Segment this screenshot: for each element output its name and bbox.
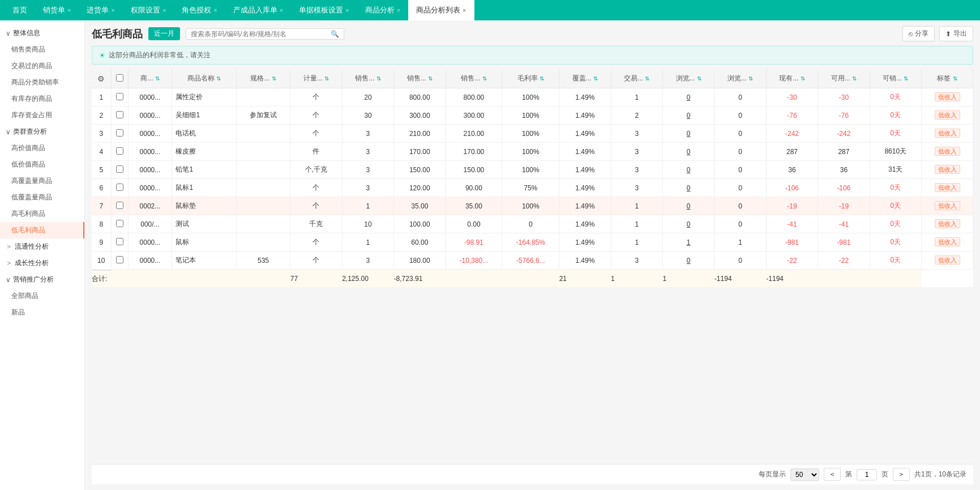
row-checkbox[interactable] [111, 106, 128, 125]
close-icon[interactable]: × [213, 7, 217, 14]
row-checkbox[interactable] [111, 233, 128, 252]
row-checkbox[interactable] [111, 125, 128, 143]
sort-icon[interactable]: ⇅ [272, 75, 276, 82]
row-checkbox[interactable] [111, 197, 128, 215]
browse-link[interactable]: 0 [687, 220, 691, 228]
row-checkbox[interactable] [111, 143, 128, 161]
row-select-checkbox[interactable] [116, 111, 123, 118]
share-button[interactable]: ⎋ 分享 [902, 26, 935, 41]
sort-icon[interactable]: ⇅ [376, 75, 381, 82]
th-days[interactable]: 可销... ⇅ [870, 69, 921, 88]
sidebar-item-sales-goods[interactable]: 销售类商品 [0, 41, 84, 58]
sidebar-item-low-margin[interactable]: 低毛利商品 [0, 222, 84, 238]
sort-icon[interactable]: ⇅ [155, 75, 160, 82]
search-input[interactable] [191, 30, 331, 38]
sort-icon[interactable]: ⇅ [697, 75, 701, 82]
row-select-checkbox[interactable] [116, 184, 123, 191]
nav-goods-analysis-list[interactable]: 商品分析列表 × [408, 0, 474, 20]
sidebar-item-all-goods[interactable]: 全部商品 [0, 288, 84, 304]
sidebar-item-low-value[interactable]: 低价值商品 [0, 156, 84, 173]
th-spec[interactable]: 规格... ⇅ [236, 69, 290, 88]
close-icon[interactable]: × [345, 7, 349, 14]
sort-icon[interactable]: ⇅ [801, 75, 805, 82]
sort-icon[interactable]: ⇅ [540, 75, 544, 82]
sort-icon[interactable]: ⇅ [904, 75, 908, 82]
sidebar-group-growth[interactable]: ＞ 成长性分析 [0, 255, 84, 271]
nav-goods-analysis[interactable]: 商品分析 × [357, 0, 408, 20]
sort-icon[interactable]: ⇅ [953, 75, 957, 82]
sort-icon[interactable]: ⇅ [482, 75, 487, 82]
row-select-checkbox[interactable] [116, 202, 123, 209]
sidebar-item-category-rate[interactable]: 商品分类助销率 [0, 74, 84, 91]
nav-purchase-order[interactable]: 进货单 × [79, 0, 122, 20]
row-select-checkbox[interactable] [116, 256, 123, 263]
browse-link[interactable]: 1 [687, 238, 691, 246]
th-available[interactable]: 可用... ⇅ [818, 69, 870, 88]
close-icon[interactable]: × [463, 7, 466, 14]
sort-icon[interactable]: ⇅ [645, 75, 649, 82]
browse-link[interactable]: 0 [687, 202, 691, 210]
browse-link[interactable]: 0 [687, 184, 691, 192]
next-page-button[interactable]: ＞ [893, 468, 910, 481]
th-browse2[interactable]: 浏览... ⇅ [714, 69, 766, 88]
close-icon[interactable]: × [67, 7, 71, 14]
th-name[interactable]: 商品名称 ⇅ [172, 69, 236, 88]
row-select-checkbox[interactable] [116, 93, 123, 100]
th-gross[interactable]: 毛利率 ⇅ [502, 69, 559, 88]
browse-link[interactable]: 0 [687, 166, 691, 174]
th-margin[interactable]: 覆盖... ⇅ [559, 69, 611, 88]
th-qty[interactable]: 销售... ⇅ [342, 69, 393, 88]
th-coverage[interactable]: 交易... ⇅ [611, 69, 662, 88]
sort-icon[interactable]: ⇅ [428, 75, 433, 82]
export-button[interactable]: ⬆ 导出 [939, 26, 973, 41]
th-unit[interactable]: 计量... ⇅ [290, 69, 342, 88]
close-icon[interactable]: × [111, 7, 114, 14]
browse-link[interactable]: 0 [687, 148, 691, 156]
sidebar-item-high-value[interactable]: 高价值商品 [0, 140, 84, 156]
row-checkbox[interactable] [111, 215, 128, 233]
th-checkbox[interactable] [111, 69, 128, 88]
sidebar-item-high-coverage[interactable]: 高覆盖量商品 [0, 173, 84, 189]
sidebar-item-low-coverage[interactable]: 低覆盖量商品 [0, 189, 84, 206]
close-icon[interactable]: × [397, 7, 400, 14]
sidebar-group-marketing[interactable]: ∨ 营销推广分析 [0, 271, 84, 288]
table-wrapper[interactable]: ⚙ 商... ⇅ 商品名称 ⇅ 规格... ⇅ 计量... ⇅ 销售... ⇅ … [92, 69, 973, 464]
nav-role-auth[interactable]: 角色授权 × [174, 0, 225, 20]
row-select-checkbox[interactable] [116, 147, 123, 155]
row-select-checkbox[interactable] [116, 238, 123, 245]
th-browse1[interactable]: 浏览... ⇅ [662, 69, 714, 88]
sidebar-group-circulation[interactable]: ＞ 流通性分析 [0, 238, 84, 255]
sort-icon[interactable]: ⇅ [748, 75, 753, 82]
browse-link[interactable]: 0 [687, 130, 691, 138]
per-page-select[interactable]: 50 100 200 [790, 468, 819, 481]
row-select-checkbox[interactable] [116, 165, 123, 173]
sidebar-item-traded-goods[interactable]: 交易过的商品 [0, 58, 84, 74]
nav-sales-order[interactable]: 销货单 × [35, 0, 79, 20]
th-stock[interactable]: 现有... ⇅ [766, 69, 818, 88]
th-price[interactable]: 销售... ⇅ [394, 69, 446, 88]
sidebar-item-new-goods[interactable]: 新品 [0, 304, 84, 321]
sidebar-item-high-margin[interactable]: 高毛利商品 [0, 206, 84, 222]
sort-icon[interactable]: ⇅ [216, 75, 221, 82]
page-number-input[interactable] [857, 469, 877, 480]
row-checkbox[interactable] [111, 179, 128, 197]
browse-link[interactable]: 0 [687, 93, 691, 101]
nav-template[interactable]: 单据模板设置 × [291, 0, 357, 20]
sort-icon[interactable]: ⇅ [593, 75, 598, 82]
sidebar-group-overall[interactable]: ∨ 整体信息 [0, 25, 84, 41]
th-code[interactable]: 商... ⇅ [128, 69, 172, 88]
th-sale-amt[interactable]: 销售... ⇅ [446, 69, 502, 88]
nav-home[interactable]: 首页 [5, 0, 35, 20]
row-checkbox[interactable] [111, 252, 128, 270]
row-select-checkbox[interactable] [116, 220, 123, 227]
row-checkbox[interactable] [111, 161, 128, 179]
settings-icon[interactable]: ⚙ [97, 74, 105, 83]
row-checkbox[interactable] [111, 88, 128, 106]
browse-link[interactable]: 0 [687, 112, 691, 120]
close-icon[interactable]: × [280, 7, 283, 14]
sidebar-group-cluster[interactable]: ∨ 类群查分析 [0, 123, 84, 140]
browse-link[interactable]: 0 [687, 257, 691, 265]
th-tag[interactable]: 标签 ⇅ [922, 69, 973, 88]
nav-permission[interactable]: 权限设置 × [123, 0, 174, 20]
sort-icon[interactable]: ⇅ [852, 75, 857, 82]
